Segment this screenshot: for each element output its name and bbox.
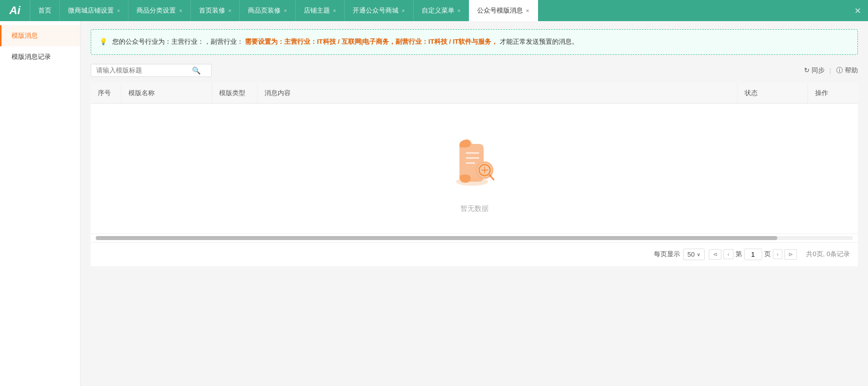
- col-seq: 序号: [91, 83, 121, 104]
- search-actions: ↻ 同步 | ⓘ 帮助: [804, 66, 858, 75]
- tab-product-category-label: 商品分类设置: [137, 6, 176, 15]
- bulb-icon: 💡: [99, 38, 107, 45]
- sidebar-item-template-msg[interactable]: 模版消息: [0, 25, 80, 46]
- help-label: 帮助: [845, 66, 858, 75]
- close-product-category-tab[interactable]: ×: [179, 8, 182, 14]
- close-shop-theme-tab[interactable]: ×: [333, 8, 336, 14]
- tab-product-decoration[interactable]: 商品页装修 ×: [240, 0, 295, 21]
- notice-prefix: 您的公众号行业为：主营行业：，副营行业：: [112, 38, 243, 45]
- close-product-decoration-tab[interactable]: ×: [284, 8, 287, 14]
- tab-home[interactable]: 首页: [30, 0, 60, 21]
- scrollbar-track[interactable]: [96, 236, 853, 240]
- tab-home-decoration-label: 首页装修: [199, 6, 225, 15]
- page-size-dropdown[interactable]: 50 ∨: [683, 249, 705, 260]
- table-header-row: 序号 模版名称 模版类型 消息内容 状态 操作: [91, 83, 858, 104]
- scrollbar-thumb[interactable]: [96, 236, 777, 240]
- tab-home-decoration[interactable]: 首页装修 ×: [191, 0, 240, 21]
- notice-highlight: 需要设置为：主营行业：IT科技 / 互联网|电子商务，副营行业：IT科技 / I…: [245, 38, 498, 45]
- tab-custom-menu-label: 自定义菜单: [422, 6, 454, 15]
- sync-button[interactable]: ↻ 同步: [804, 66, 825, 75]
- content-area: 💡 您的公众号行业为：主营行业：，副营行业： 需要设置为：主营行业：IT科技 /…: [81, 21, 868, 386]
- col-status: 状态: [737, 83, 808, 104]
- page-number-input[interactable]: [744, 249, 762, 260]
- close-wechat-template-msg-tab[interactable]: ×: [526, 8, 529, 14]
- search-icon[interactable]: 🔍: [192, 66, 201, 74]
- page-size-value: 50: [688, 251, 695, 258]
- sidebar-item-template-msg-log[interactable]: 模版消息记录: [0, 46, 80, 67]
- tab-shop-theme[interactable]: 店铺主题 ×: [296, 0, 345, 21]
- sync-label: 同步: [812, 66, 825, 75]
- total-info: 共0页, 0条记录: [806, 250, 850, 259]
- search-input[interactable]: [96, 66, 192, 74]
- page-size-select: 每页显示 50 ∨: [654, 249, 705, 260]
- prev-page-button[interactable]: ‹: [723, 249, 733, 259]
- empty-state-row: 暂无数据: [91, 103, 858, 234]
- tab-open-wechat-mall-label: 开通公众号商城: [353, 6, 398, 15]
- tab-bar: Ai 首页 微商城店铺设置 × 商品分类设置 × 首页装修 × 商品页装修 × …: [0, 0, 868, 21]
- sync-icon: ↻: [804, 66, 810, 74]
- next-page-button[interactable]: ›: [773, 249, 783, 259]
- scrollbar-container[interactable]: [91, 234, 858, 242]
- tab-home-label: 首页: [38, 6, 51, 15]
- app-logo: Ai: [0, 0, 30, 21]
- close-all-tabs-button[interactable]: ✕: [847, 6, 868, 16]
- tab-wechat-template-msg-label: 公众号模版消息: [477, 6, 523, 15]
- col-type: 模版类型: [212, 83, 257, 104]
- page-input-wrap: 第 页: [736, 249, 771, 260]
- tab-wechat-template-msg[interactable]: 公众号模版消息 ×: [469, 0, 538, 21]
- sidebar-item-template-msg-label: 模版消息: [12, 32, 38, 39]
- main-layout: 模版消息 模版消息记录 💡 您的公众号行业为：主营行业：，副营行业： 需要设置为…: [0, 21, 868, 386]
- last-page-button[interactable]: ⊳: [784, 249, 797, 260]
- close-open-wechat-mall-tab[interactable]: ×: [402, 8, 405, 14]
- tab-custom-menu[interactable]: 自定义菜单 ×: [414, 0, 469, 21]
- tab-shop-theme-label: 店铺主题: [304, 6, 330, 15]
- divider: |: [830, 66, 831, 74]
- empty-state: 暂无数据: [91, 104, 858, 234]
- notice-suffix: 才能正常发送预置的消息。: [500, 38, 578, 45]
- col-name: 模版名称: [121, 83, 212, 104]
- tab-open-wechat-mall[interactable]: 开通公众号商城 ×: [345, 0, 413, 21]
- col-action: 操作: [808, 83, 858, 104]
- svg-line-6: [490, 175, 494, 180]
- search-bar: 🔍 ↻ 同步 | ⓘ 帮助: [91, 64, 858, 77]
- tab-wechat-shop-settings[interactable]: 微商城店铺设置 ×: [60, 0, 128, 21]
- data-table: 序号 模版名称 模版类型 消息内容 状态 操作: [91, 83, 858, 234]
- empty-illustration: [444, 134, 505, 194]
- tab-wechat-shop-label: 微商城店铺设置: [68, 6, 114, 15]
- empty-text: 暂无数据: [460, 204, 489, 213]
- help-circle-icon: ⓘ: [836, 66, 843, 75]
- search-input-wrap[interactable]: 🔍: [91, 64, 212, 77]
- chevron-down-icon: ∨: [697, 252, 700, 257]
- close-wechat-shop-tab[interactable]: ×: [117, 8, 120, 14]
- close-home-decoration-tab[interactable]: ×: [228, 8, 231, 14]
- tab-product-category[interactable]: 商品分类设置 ×: [128, 0, 190, 21]
- page-suffix: 页: [764, 250, 771, 259]
- page-navigation: ⊲ ‹ 第 页 › ⊳: [709, 249, 797, 260]
- col-content: 消息内容: [257, 83, 737, 104]
- pagination-bar: 每页显示 50 ∨ ⊲ ‹ 第 页 › ⊳ 共0页, 0条记录: [91, 242, 858, 266]
- tab-product-decoration-label: 商品页装修: [248, 6, 281, 15]
- notice-box: 💡 您的公众号行业为：主营行业：，副营行业： 需要设置为：主营行业：IT科技 /…: [91, 29, 858, 55]
- first-page-button[interactable]: ⊲: [709, 249, 721, 260]
- page-size-label: 每页显示: [654, 250, 680, 259]
- close-custom-menu-tab[interactable]: ×: [457, 8, 460, 14]
- sidebar-item-template-msg-log-label: 模版消息记录: [12, 53, 51, 60]
- help-button[interactable]: ⓘ 帮助: [836, 66, 858, 75]
- page-prefix: 第: [736, 250, 742, 259]
- sidebar: 模版消息 模版消息记录: [0, 21, 81, 386]
